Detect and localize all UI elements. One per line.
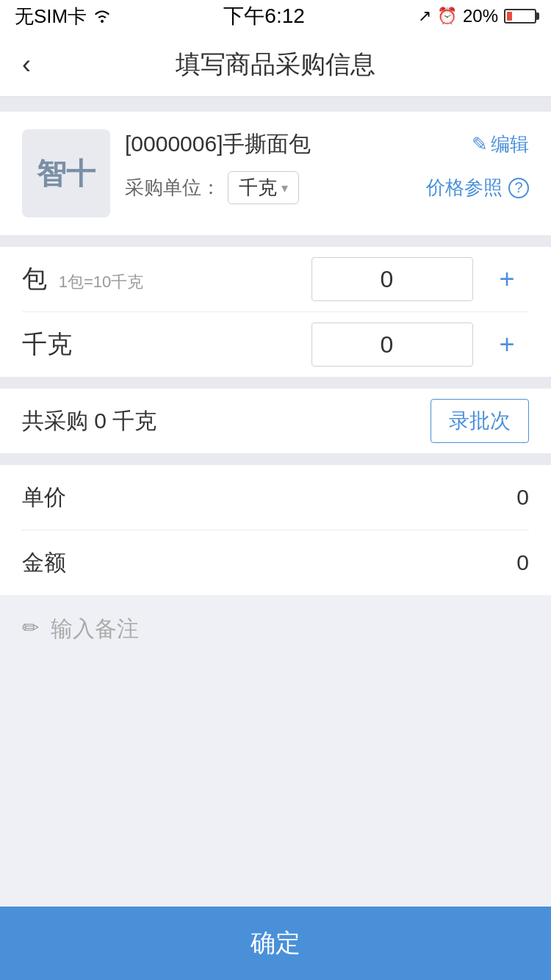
bao-input-row: 包 1包=10千克 + — [0, 247, 551, 311]
bao-quantity-input[interactable] — [311, 257, 473, 301]
section-separator-1 — [0, 235, 551, 247]
unit-price-row: 单价 0 — [0, 465, 551, 530]
product-name: [0000006]手撕面包 — [125, 129, 311, 159]
product-unit-row: 采购单位： 千克 ▾ 价格参照 ? — [125, 171, 529, 204]
unit-price-value: 0 — [516, 485, 529, 510]
status-time: 下午6:12 — [223, 2, 305, 30]
bao-unit-main: 包 — [22, 264, 47, 292]
page-title: 填写商品采购信息 — [176, 48, 375, 82]
unit-label: 采购单位： — [125, 175, 220, 201]
status-right: ↗ ⏰ 20% — [418, 6, 536, 26]
kg-label: 千克 — [22, 328, 72, 361]
bao-plus-button[interactable]: + — [485, 257, 529, 301]
product-info: [0000006]手撕面包 ✎ 编辑 采购单位： 千克 ▾ 价格参照 ? — [125, 129, 529, 204]
batch-button[interactable]: 录批次 — [431, 399, 529, 443]
summary-text: 共采购 0 千克 — [22, 406, 156, 436]
product-header: [0000006]手撕面包 ✎ 编辑 — [125, 129, 529, 159]
edit-button[interactable]: ✎ 编辑 — [472, 131, 529, 157]
alarm-icon: ⏰ — [437, 7, 457, 26]
edit-icon: ✎ — [472, 133, 488, 156]
battery-percentage: 20% — [463, 6, 498, 26]
kg-plus-button[interactable]: + — [485, 323, 529, 367]
remark-placeholder: 输入备注 — [51, 614, 139, 644]
bao-label: 包 1包=10千克 — [22, 262, 143, 296]
unit-price-label: 单价 — [22, 483, 66, 513]
location-icon: ↗ — [418, 7, 431, 26]
amount-value: 0 — [516, 550, 529, 575]
status-bar: 无SIM卡 下午6:12 ↗ ⏰ 20% — [0, 0, 551, 32]
amount-row: 金额 0 — [0, 530, 551, 595]
back-button[interactable]: ‹ — [22, 49, 66, 80]
product-card: 智十 [0000006]手撕面包 ✎ 编辑 采购单位： 千克 ▾ 价格参照 ? — [0, 112, 551, 235]
kg-input-row: 千克 + — [0, 312, 551, 377]
summary-unit: 千克 — [112, 408, 156, 433]
unit-selector: 采购单位： 千克 ▾ — [125, 171, 299, 204]
section-separator-2 — [0, 377, 551, 389]
kg-unit-main: 千克 — [22, 330, 72, 358]
battery-icon — [504, 9, 536, 24]
carrier-text: 无SIM卡 — [15, 4, 87, 29]
detail-section: 单价 0 金额 0 — [0, 465, 551, 595]
confirm-button[interactable]: 确定 — [0, 907, 551, 980]
pencil-icon: ✏ — [22, 616, 39, 640]
wifi-icon — [94, 5, 110, 28]
status-left: 无SIM卡 — [15, 4, 110, 29]
content-area — [0, 683, 551, 933]
product-image: 智十 — [22, 129, 110, 217]
nav-bar: ‹ 填写商品采购信息 — [0, 32, 551, 97]
chevron-down-icon: ▾ — [281, 180, 288, 196]
summary-label: 共采购 — [22, 408, 88, 433]
kg-quantity-input[interactable] — [311, 323, 473, 367]
remark-section[interactable]: ✏ 输入备注 — [0, 595, 551, 683]
unit-dropdown[interactable]: 千克 ▾ — [228, 171, 299, 204]
price-ref-label: 价格参照 — [426, 175, 503, 201]
summary-amount: 0 — [94, 408, 112, 433]
unit-value: 千克 — [239, 175, 277, 201]
summary-row: 共采购 0 千克 录批次 — [0, 389, 551, 453]
amount-label: 金额 — [22, 548, 66, 578]
product-logo: 智十 — [37, 154, 96, 194]
top-separator — [0, 97, 551, 112]
quantity-section: 包 1包=10千克 + 千克 + — [0, 247, 551, 377]
edit-label: 编辑 — [491, 131, 529, 157]
help-circle-icon: ? — [508, 178, 529, 198]
price-reference-button[interactable]: 价格参照 ? — [426, 175, 529, 201]
bao-unit-sub: 1包=10千克 — [59, 273, 144, 291]
section-separator-3 — [0, 453, 551, 465]
